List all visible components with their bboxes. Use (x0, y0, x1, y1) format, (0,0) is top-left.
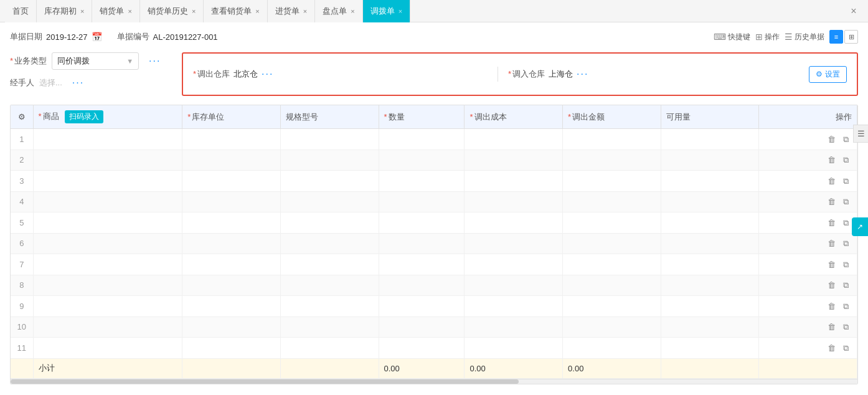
tab-inventory[interactable]: 盘点单 × (315, 0, 362, 22)
tab-bar: 首页 库存期初 × 销货单 × 销货单历史 × 查看销货单 × 进货单 × 盘点… (0, 0, 868, 22)
business-type-select[interactable]: 同价调拨 ▼ (52, 52, 139, 70)
calendar-icon[interactable]: 📅 (92, 32, 102, 42)
col-header-unit: *库存单位 (182, 105, 281, 129)
history-action[interactable]: ☰ 历史单据 (785, 32, 824, 42)
tab-view-sales[interactable]: 查看销货单 × (204, 0, 267, 22)
delete-icon[interactable]: 🗑 (825, 341, 837, 354)
delete-icon[interactable]: 🗑 (825, 321, 837, 333)
person-label: 经手人 (10, 77, 34, 88)
shortcut-label: 快捷键 (728, 32, 750, 42)
copy-icon[interactable]: ⧉ (839, 237, 852, 250)
shortcut-action[interactable]: ⌨ 快捷键 (714, 32, 750, 42)
copy-icon[interactable]: ⧉ (839, 175, 852, 188)
doc-number-field: 单据编号 AL-20191227-001 (117, 31, 218, 42)
copy-icon[interactable]: ⧉ (839, 217, 852, 229)
expand-icon: ↗ (857, 222, 863, 231)
scan-entry-button[interactable]: 扫码录入 (65, 110, 103, 123)
tab-transfer[interactable]: 调拨单 × (363, 0, 410, 22)
delete-icon[interactable]: 🗑 (825, 196, 837, 208)
history-icon: ☰ (785, 32, 793, 42)
header-actions: ⌨ 快捷键 ⊞ 操作 ☰ 历史单据 ≡ ⊞ (714, 30, 858, 44)
delete-icon[interactable]: 🗑 (825, 279, 837, 292)
expand-side-button[interactable]: ↗ (852, 217, 868, 236)
doc-number-label: 单据编号 (117, 31, 149, 42)
copy-icon[interactable]: ⧉ (839, 279, 852, 292)
doc-number-value: AL-20191227-001 (153, 32, 218, 42)
delete-icon[interactable]: 🗑 (825, 154, 837, 166)
delete-icon[interactable]: 🗑 (825, 237, 837, 250)
delete-icon[interactable]: 🗑 (825, 216, 837, 229)
required-star-1: * (10, 56, 13, 65)
shortcut-icon: ⌨ (714, 32, 726, 42)
tab-view-sales-close[interactable]: × (255, 7, 259, 15)
layout-btn-grid[interactable]: ⊞ (844, 30, 858, 44)
transfer-out-value: 北京仓 (234, 69, 258, 80)
subtotal-amount: 0.00 (563, 358, 661, 378)
right-panel-list-btn[interactable]: ☰ (853, 125, 868, 143)
transfer-out-label: *调出仓库 (193, 69, 230, 80)
col-header-gear[interactable]: ⚙ (11, 105, 33, 129)
doc-date-field: 单据日期 2019-12-27 📅 (10, 31, 102, 42)
copy-icon[interactable]: ⧉ (839, 321, 852, 333)
dropdown-arrow-icon: ▼ (126, 57, 133, 65)
person-more-btn[interactable]: ··· (72, 77, 84, 88)
tab-home-label: 首页 (12, 6, 29, 17)
tab-sales-order-label: 销货单 (100, 6, 124, 17)
operation-action[interactable]: ⊞ 操作 (755, 32, 780, 42)
copy-icon[interactable]: ⧉ (839, 259, 852, 271)
transfer-table: ⚙ *商品 扫码录入 *库存单位 规格型号 *数量 *调出成本 (11, 105, 857, 379)
tab-stock-init-label: 库存期初 (44, 6, 77, 17)
business-type-more-btn[interactable]: ··· (149, 55, 161, 67)
table-row: 10🗑⧉ (11, 316, 857, 338)
col-header-qty: *数量 (379, 105, 465, 129)
set-label: 设置 (825, 69, 840, 80)
tab-stock-init[interactable]: 库存期初 × (37, 0, 92, 22)
tab-inventory-close[interactable]: × (351, 7, 354, 15)
copy-icon[interactable]: ⧉ (839, 133, 852, 146)
subtotal-cost: 0.00 (465, 358, 563, 378)
tab-stock-init-close[interactable]: × (80, 7, 84, 15)
transfer-in-more-btn[interactable]: ··· (577, 69, 588, 80)
copy-icon[interactable]: ⧉ (839, 342, 852, 355)
table-row: 11🗑⧉ (11, 338, 857, 359)
copy-icon[interactable]: ⧉ (839, 196, 852, 208)
layout-buttons: ≡ ⊞ (829, 30, 858, 44)
tab-home[interactable]: 首页 (5, 0, 37, 22)
person-row: 经手人 选择... ··· (10, 77, 172, 88)
business-type-value: 同价调拨 (57, 55, 90, 67)
warehouse-panel: *调出仓库 北京仓 ··· *调入仓库 上海仓 ··· ⚙ 设置 (182, 52, 858, 96)
transfer-out-more-btn[interactable]: ··· (262, 69, 273, 80)
form-section: *业务类型 同价调拨 ▼ ··· 经手人 选择... ··· *调出仓库 北京仓 (10, 52, 858, 96)
copy-icon[interactable]: ⧉ (839, 300, 852, 313)
table-row: 9🗑⧉ (11, 296, 857, 317)
col-header-product: *商品 扫码录入 (33, 105, 182, 129)
delete-icon[interactable]: 🗑 (825, 174, 837, 187)
tab-sales-order-close[interactable]: × (128, 7, 131, 15)
tab-sales-order[interactable]: 销货单 × (92, 0, 139, 22)
history-label: 历史单据 (795, 32, 824, 42)
scrollbar-thumb[interactable] (11, 379, 519, 384)
tab-purchase-order-close[interactable]: × (303, 7, 307, 15)
delete-icon[interactable]: 🗑 (825, 258, 837, 270)
copy-icon[interactable]: ⧉ (839, 154, 852, 166)
delete-icon[interactable]: 🗑 (825, 300, 837, 312)
horizontal-scrollbar[interactable] (11, 379, 857, 384)
tab-purchase-order[interactable]: 进货单 × (268, 0, 315, 22)
tab-sales-history-close[interactable]: × (192, 7, 196, 15)
close-all-tabs-button[interactable]: × (844, 0, 863, 22)
tab-inventory-label: 盘点单 (323, 6, 347, 17)
tab-sales-history-label: 销货单历史 (148, 6, 188, 17)
person-input[interactable]: 选择... (39, 77, 62, 88)
delete-icon[interactable]: 🗑 (825, 133, 837, 145)
table-row: 7🗑⧉ (11, 254, 857, 275)
operation-label: 操作 (765, 32, 780, 42)
operation-icon: ⊞ (755, 32, 763, 42)
table-wrapper: ⚙ *商品 扫码录入 *库存单位 规格型号 *数量 *调出成本 (10, 105, 858, 384)
layout-btn-list[interactable]: ≡ (829, 30, 843, 44)
table-row: 3🗑⧉ (11, 171, 857, 192)
set-button[interactable]: ⚙ 设置 (809, 66, 847, 83)
transfer-out-block: *调出仓库 北京仓 ··· (193, 69, 488, 80)
tab-sales-history[interactable]: 销货单历史 × (140, 0, 204, 22)
table-row: 8🗑⧉ (11, 275, 857, 296)
tab-transfer-close[interactable]: × (399, 7, 402, 15)
